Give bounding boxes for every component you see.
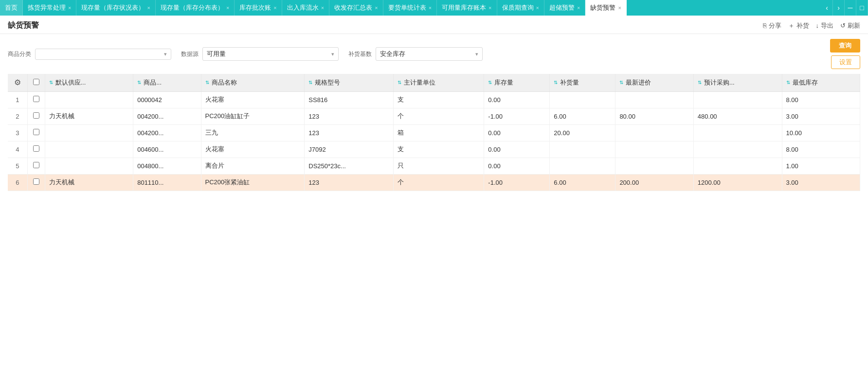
col-supplier-label: 默认供应...: [55, 78, 86, 87]
replenish-base-value: 安全库存: [380, 50, 405, 58]
page-container: 缺货预警 ⎘ 分享 ＋ 补货 ↓ 导出 ↺ 刷新 商品分类: [0, 16, 868, 387]
filter-bar: 商品分类 ▾ 数据源 可用量 ▾ 补货基数 安全库存 ▾ 查询 设置: [0, 34, 868, 74]
tab-maximize-btn[interactable]: □: [856, 0, 868, 16]
tab-item-6[interactable]: 收发存汇总表×: [329, 0, 383, 16]
row-replenish: 20.00: [550, 124, 615, 141]
row-stock: 0.00: [484, 158, 550, 174]
row-unit: 只: [394, 158, 484, 174]
table-row: 5004800...离合片DS250*23c...只0.001.00: [8, 158, 860, 174]
col-min-stock-label: 最低库存: [793, 78, 818, 87]
row-name: PC200油缸缸子: [201, 108, 305, 124]
row-index: 1: [8, 91, 27, 108]
row-index: 4: [8, 141, 27, 158]
row-latest-price: 200.00: [615, 174, 693, 191]
tab-item-10[interactable]: 超储预警×: [544, 0, 585, 16]
refresh-button[interactable]: ↺ 刷新: [840, 21, 860, 30]
replenish-base-select[interactable]: 安全库存 ▾: [376, 47, 483, 61]
share-button[interactable]: ⎘ 分享: [763, 21, 781, 30]
tab-item-7[interactable]: 要货单统计表×: [383, 0, 437, 16]
replenish-base-filter-group: 补货基数 安全库存 ▾: [348, 47, 483, 61]
tab-close-6[interactable]: ×: [375, 5, 378, 11]
tab-close-11[interactable]: ×: [618, 5, 621, 11]
tab-close-9[interactable]: ×: [536, 5, 539, 11]
tab-close-10[interactable]: ×: [577, 5, 580, 11]
tab-close-5[interactable]: ×: [321, 5, 324, 11]
code-sort-icon: ⇅: [137, 80, 141, 85]
filter-right-buttons: 查询 设置: [830, 39, 860, 69]
row-min-stock: 3.00: [782, 108, 860, 124]
tab-close-4[interactable]: ×: [273, 5, 276, 11]
row-estimated: [693, 124, 782, 141]
tab-item-0[interactable]: 首页: [0, 0, 23, 16]
tab-label-1: 拣货异常处理: [28, 3, 66, 12]
row-code: 0000042: [133, 91, 201, 108]
col-code-label: 商品...: [144, 78, 162, 87]
col-spec-label: 规格型号: [315, 78, 340, 87]
tab-next-btn[interactable]: ›: [833, 0, 845, 16]
tab-item-3[interactable]: 现存量（库存分布表）×: [156, 0, 235, 16]
row-spec: 123: [305, 124, 394, 141]
row-index: 3: [8, 124, 27, 141]
tab-close-8[interactable]: ×: [488, 5, 491, 11]
select-all-checkbox[interactable]: [33, 79, 39, 85]
col-estimated-label: 预计采购...: [704, 78, 735, 87]
export-label: 导出: [821, 21, 833, 30]
column-settings-icon[interactable]: ⚙: [14, 78, 21, 87]
tab-close-3[interactable]: ×: [226, 5, 229, 11]
row-stock: 0.00: [484, 124, 550, 141]
row-supplier: [45, 141, 133, 158]
settings-button[interactable]: 设置: [831, 55, 860, 69]
row-index: 5: [8, 158, 27, 174]
estimated-sort-icon: ⇅: [698, 80, 702, 85]
table-row: 4004600...火花塞J7092支0.008.00: [8, 141, 860, 158]
row-stock: -1.00: [484, 108, 550, 124]
col-gear[interactable]: ⚙: [8, 74, 27, 91]
tab-item-8[interactable]: 可用量库存账本×: [437, 0, 497, 16]
row-latest-price: 80.00: [615, 108, 693, 124]
tab-item-9[interactable]: 保质期查询×: [497, 0, 544, 16]
spec-sort-icon: ⇅: [308, 80, 312, 85]
row-checkbox-input[interactable]: [33, 162, 39, 168]
unit-sort-icon: ⇅: [398, 80, 401, 85]
name-sort-icon: ⇅: [205, 80, 209, 85]
row-spec: J7092: [305, 141, 394, 158]
row-checkbox: [27, 108, 45, 124]
tab-close-1[interactable]: ×: [68, 5, 71, 11]
row-checkbox-input[interactable]: [33, 129, 39, 135]
data-source-select[interactable]: 可用量 ▾: [202, 47, 339, 61]
tab-prev-btn[interactable]: ‹: [821, 0, 833, 16]
row-index: 6: [8, 174, 27, 191]
row-stock: 0.00: [484, 141, 550, 158]
row-code: 004600...: [133, 141, 201, 158]
tab-item-11[interactable]: 缺货预警×: [585, 0, 626, 16]
col-unit: ⇅ 主计量单位: [394, 74, 484, 91]
query-button[interactable]: 查询: [830, 39, 860, 53]
tab-label-4: 库存批次账: [239, 3, 271, 12]
export-button[interactable]: ↓ 导出: [816, 21, 834, 30]
tab-item-1[interactable]: 拣货异常处理×: [23, 0, 76, 16]
row-supplier: [45, 158, 133, 174]
row-checkbox-input[interactable]: [33, 178, 39, 185]
tab-item-2[interactable]: 现存量（库存状况表）×: [76, 0, 155, 16]
tab-close-7[interactable]: ×: [429, 5, 432, 11]
row-unit: 个: [394, 174, 484, 191]
row-checkbox-input[interactable]: [33, 145, 39, 152]
replenish-button[interactable]: ＋ 补货: [788, 21, 809, 30]
col-latest-price-label: 最新进价: [626, 78, 651, 87]
refresh-icon: ↺: [840, 22, 846, 29]
row-checkbox-input[interactable]: [33, 96, 39, 102]
tab-item-5[interactable]: 出入库流水×: [282, 0, 329, 16]
row-code: 004800...: [133, 158, 201, 174]
row-latest-price: [615, 158, 693, 174]
row-checkbox-input[interactable]: [33, 112, 39, 119]
row-supplier: [45, 124, 133, 141]
tab-item-4[interactable]: 库存批次账×: [235, 0, 282, 16]
tab-minimize-btn[interactable]: ─: [845, 0, 856, 16]
row-checkbox: [27, 124, 45, 141]
tab-label-7: 要货单统计表: [388, 3, 426, 12]
col-estimated: ⇅ 预计采购...: [693, 74, 782, 91]
export-icon: ↓: [816, 22, 819, 29]
category-select[interactable]: ▾: [35, 49, 171, 60]
tab-close-2[interactable]: ×: [147, 5, 150, 11]
row-min-stock: 10.00: [782, 124, 860, 141]
